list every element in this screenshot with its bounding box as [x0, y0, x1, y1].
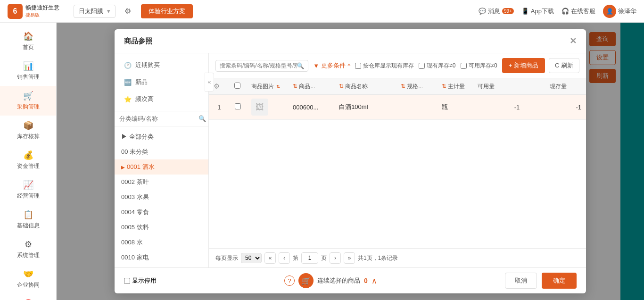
product-search-box[interactable]: 🔍	[215, 60, 308, 72]
basic-info-icon: 📋	[23, 209, 33, 220]
high-frequency-item[interactable]: ⭐ 频次高	[119, 92, 204, 106]
trial-button[interactable]: 体验行业方案	[141, 4, 193, 18]
nav-dropdown[interactable]: 日太阳膜 ▾	[74, 5, 116, 18]
sidebar-item-enterprise[interactable]: 🤝 企业协同	[0, 264, 56, 294]
modal-dialog: 商品参照 ✕ 🕐 近期购买 🆕	[115, 29, 586, 293]
gear-icon[interactable]: ⚙	[214, 82, 220, 90]
sidebar-item-basic-info[interactable]: 📋 基础信息	[0, 205, 56, 234]
cat-all[interactable]: ▶ 全部分类	[115, 129, 208, 144]
purchase-icon: 🛒	[23, 91, 33, 101]
chevron-down-icon: ▾	[107, 8, 110, 15]
sidebar-item-finance[interactable]: 💰 资金管理	[0, 145, 56, 175]
warehouse-display-checkbox[interactable]: 按仓库显示现有库存	[355, 62, 414, 70]
sidebar-item-operations[interactable]: 📈 经营管理	[0, 175, 56, 205]
add-product-button[interactable]: + 新增商品	[502, 58, 545, 73]
sort-icon-spec: ⇅	[401, 83, 405, 90]
sidebar-item-home[interactable]: 🏠 首页	[0, 26, 56, 56]
row-available: -1	[473, 95, 524, 120]
row-code: 000600...	[288, 95, 334, 120]
modal-left-panel: 🕐 近期购买 🆕 新品 ⭐ 频次高 «	[115, 53, 209, 267]
content-area: 查询 设置 刷新 商品参照 ✕ 🕐	[57, 23, 644, 300]
cat-00[interactable]: 00 未分类	[115, 144, 208, 159]
app-download-item[interactable]: 📱 App下载	[521, 7, 554, 16]
filter-icon: ▼	[313, 62, 319, 69]
star-icon: ⭐	[124, 96, 132, 103]
th-image: 商品图片 ⇅	[247, 78, 289, 95]
collapse-cart-icon[interactable]: ∧	[372, 276, 377, 285]
cat-arrow-icon: ▶	[121, 165, 125, 170]
sidebar-item-system[interactable]: ⚙ 系统管理	[0, 234, 56, 264]
cart-icon[interactable]: 🛒	[298, 273, 314, 288]
logo-area: 6 畅捷通好生意 捷易版	[8, 4, 64, 19]
cancel-button[interactable]: 取消	[505, 273, 537, 289]
th-available: 可用量	[473, 78, 524, 95]
modal-footer: 显示停用 ? 🛒 连续选择的商品 0 ∧ 取消 确定	[115, 267, 586, 293]
select-all-checkbox[interactable]	[234, 83, 240, 89]
row-name: 白酒100ml	[334, 95, 396, 120]
cat-0003[interactable]: 0003 水果	[115, 190, 208, 205]
next-page-button[interactable]: ›	[330, 252, 341, 264]
row-checkbox[interactable]	[230, 95, 247, 120]
row-image: 🖼	[247, 95, 289, 120]
sidebar: 🏠 首页 📊 销售管理 🛒 采购管理 📦 库存核算 💰 资金管理 📈 经营管理 …	[0, 23, 57, 300]
sidebar-item-inventory[interactable]: 📦 库存核算	[0, 116, 56, 145]
new-products-item[interactable]: 🆕 新品	[119, 75, 204, 89]
th-checkbox	[230, 78, 247, 95]
last-page-button[interactable]: »	[344, 252, 355, 264]
operations-icon: 📈	[23, 180, 33, 190]
modal-body: 🕐 近期购买 🆕 新品 ⭐ 频次高 «	[115, 53, 586, 267]
refresh-button[interactable]: C 刷新	[549, 58, 579, 73]
selected-text: 连续选择的商品	[317, 276, 360, 285]
online-service-item[interactable]: 🎧 在线客服	[561, 7, 595, 16]
collapse-button[interactable]: «	[205, 73, 214, 92]
sidebar-item-guide[interactable]: 🎯 新手引导	[0, 294, 56, 300]
cat-0010[interactable]: 0010 家电	[115, 250, 208, 265]
page-number-input[interactable]	[301, 252, 318, 264]
selected-count: 0	[364, 277, 368, 284]
modal-toolbar: 🔍 ▼ 更多条件 ^ 按仓库显示现有库存	[209, 53, 586, 78]
usable-stock-checkbox[interactable]: 可用库存≠0	[461, 62, 497, 70]
message-icon: 💬	[479, 8, 486, 15]
available-stock-checkbox[interactable]: 现有库存≠0	[419, 62, 455, 70]
left-actions: 🕐 近期购买 🆕 新品 ⭐ 频次高 «	[115, 53, 208, 111]
sidebar-item-purchase[interactable]: 🛒 采购管理	[0, 86, 56, 116]
search-icon[interactable]: 🔍	[198, 115, 206, 122]
settings-icon[interactable]: ⚙	[120, 4, 135, 19]
help-icon[interactable]: ?	[284, 275, 295, 286]
first-page-button[interactable]: «	[264, 252, 276, 264]
enterprise-icon: 🤝	[23, 269, 33, 279]
prev-page-button[interactable]: ‹	[279, 252, 290, 264]
row-num: 1	[209, 95, 230, 120]
sort-icon-unit: ⇅	[442, 83, 446, 90]
user-item[interactable]: 👤 徐泽华	[603, 5, 636, 18]
cat-0004[interactable]: 0004 零食	[115, 205, 208, 220]
confirm-button[interactable]: 确定	[542, 273, 577, 289]
cat-0005[interactable]: 0005 饮料	[115, 220, 208, 235]
filter-button[interactable]: ▼ 更多条件 ^	[313, 61, 350, 70]
th-stock: 现存量	[545, 78, 586, 95]
sidebar-item-sales[interactable]: 📊 销售管理	[0, 56, 56, 86]
sort-icon-name: ⇅	[339, 83, 344, 90]
avatar: 👤	[603, 5, 616, 18]
page-size-select[interactable]: 50	[241, 253, 262, 263]
footer-cart: ? 🛒 连续选择的商品 0 ∧	[284, 273, 377, 288]
cat-0001[interactable]: ▶ 0001 酒水	[115, 159, 208, 175]
total-info: 共1页，1条记录	[358, 254, 398, 262]
sort-icon-code: ⇅	[293, 83, 297, 90]
close-icon[interactable]: ✕	[570, 36, 577, 46]
sort-icon: ⇅	[276, 84, 280, 89]
main-layout: 🏠 首页 📊 销售管理 🛒 采购管理 📦 库存核算 💰 资金管理 📈 经营管理 …	[0, 23, 644, 300]
headset-icon: 🎧	[561, 8, 569, 15]
row-unit: 瓶	[437, 95, 473, 120]
cat-0008[interactable]: 0008 水	[115, 235, 208, 250]
messages-item[interactable]: 💬 消息 99+	[479, 7, 514, 16]
modal-title: 商品参照	[124, 37, 152, 46]
cat-0002[interactable]: 0002 茶叶	[115, 175, 208, 190]
product-search-input[interactable]	[220, 62, 297, 69]
show-disabled-checkbox[interactable]: 显示停用	[124, 276, 157, 285]
category-search-input[interactable]	[119, 115, 198, 122]
search-icon[interactable]: 🔍	[297, 62, 304, 69]
table-row[interactable]: 1 🖼 000600...	[209, 95, 586, 120]
row-spec	[396, 95, 437, 120]
recent-purchase-item[interactable]: 🕐 近期购买	[119, 58, 204, 72]
